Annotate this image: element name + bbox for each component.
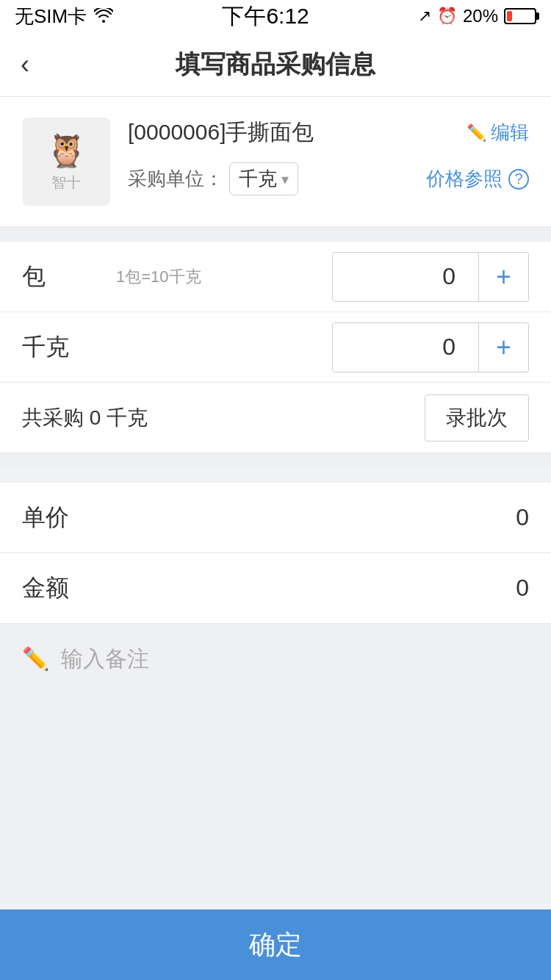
unit-value: 千克 — [239, 166, 277, 192]
batch-button[interactable]: 录批次 — [425, 394, 529, 442]
status-bar: 无SIM卡 下午6:12 ↗ ⏰ 20% — [0, 0, 551, 32]
bag-sublabel: 1包=10千克 — [116, 266, 201, 288]
battery-percent: 20% — [463, 6, 498, 26]
unit-price-label: 单价 — [22, 502, 516, 534]
unit-price-value: 0 — [516, 504, 529, 531]
wifi-icon — [94, 5, 113, 28]
quantity-section: 包 1包=10千克 + 千克 + 共采购 0 千克 录批次 — [0, 242, 551, 453]
main-content: 🦉 智十 [0000006]手撕面包 ✏️ 编辑 采购单位： 千克 ▾ — [0, 97, 551, 973]
edit-button[interactable]: ✏️ 编辑 — [467, 120, 529, 145]
chevron-down-icon: ▾ — [281, 170, 289, 188]
section-divider-1 — [0, 227, 551, 242]
carrier-text: 无SIM卡 — [15, 4, 87, 29]
product-name-row: [0000006]手撕面包 ✏️ 编辑 — [128, 118, 529, 148]
unit-row: 采购单位： 千克 ▾ 价格参照 ? — [128, 162, 529, 195]
confirm-button[interactable]: 确定 — [0, 909, 551, 980]
price-reference-button[interactable]: 价格参照 ? — [426, 166, 529, 192]
product-info: [0000006]手撕面包 ✏️ 编辑 采购单位： 千克 ▾ 价格参照 ? — [128, 118, 529, 195]
edit-label: 编辑 — [491, 120, 529, 145]
pencil-icon: ✏️ — [22, 646, 49, 671]
back-button[interactable]: ‹ — [21, 49, 29, 80]
total-row: 共采购 0 千克 录批次 — [0, 383, 551, 453]
page-title: 填写商品采购信息 — [176, 48, 375, 82]
unit-select[interactable]: 千克 ▾ — [229, 162, 298, 195]
product-full-name: [0000006]手撕面包 — [128, 118, 314, 148]
price-section: 单价 0 金额 0 — [0, 483, 551, 624]
nav-bar: ‹ 填写商品采购信息 — [0, 32, 551, 97]
kg-qty-wrapper: + — [332, 323, 529, 372]
bag-input-row: 包 1包=10千克 + — [0, 242, 551, 312]
section-divider-2 — [0, 453, 551, 468]
amount-label: 金额 — [22, 572, 516, 605]
status-right: ↗ ⏰ 20% — [418, 6, 536, 26]
help-icon: ? — [508, 169, 529, 190]
kg-qty-input[interactable] — [332, 323, 479, 372]
product-card: 🦉 智十 [0000006]手撕面包 ✏️ 编辑 采购单位： 千克 ▾ — [0, 97, 551, 227]
bag-qty-input[interactable] — [332, 252, 479, 302]
bag-plus-button[interactable]: + — [479, 252, 529, 302]
kg-plus-button[interactable]: + — [479, 323, 529, 372]
confirm-button-label: 确定 — [249, 927, 302, 963]
status-left: 无SIM卡 — [15, 4, 113, 29]
location-icon: ↗ — [418, 7, 431, 26]
unit-price-row: 单价 0 — [0, 483, 551, 553]
unit-label: 采购单位： — [128, 166, 223, 192]
product-thumb-label: 智十 — [51, 173, 81, 192]
product-thumbnail: 🦉 智十 — [22, 118, 110, 206]
kg-label: 千克 — [22, 331, 110, 364]
product-image-owl: 🦉 — [46, 131, 87, 170]
bag-qty-wrapper: + — [332, 252, 529, 302]
total-label: 共采购 0 千克 — [22, 404, 425, 432]
battery-fill — [507, 11, 512, 21]
edit-icon: ✏️ — [467, 123, 486, 143]
price-ref-label: 价格参照 — [426, 166, 503, 192]
notes-section[interactable]: ✏️ 输入备注 — [0, 624, 551, 903]
amount-value: 0 — [516, 574, 529, 602]
bag-label: 包 — [22, 261, 110, 293]
status-time: 下午6:12 — [222, 1, 309, 32]
kg-input-row: 千克 + — [0, 312, 551, 383]
alarm-icon: ⏰ — [437, 7, 457, 26]
battery-icon — [504, 8, 536, 24]
amount-row: 金额 0 — [0, 553, 551, 624]
notes-placeholder: 输入备注 — [61, 644, 149, 674]
